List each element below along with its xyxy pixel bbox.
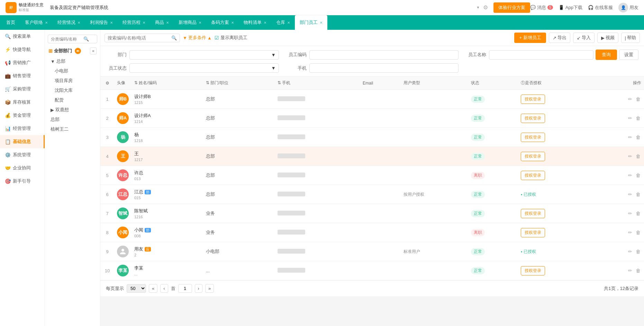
auth-login-btn[interactable]: 授权登录 [521,95,545,104]
col-dept[interactable]: ⇅ 部门/职位 [203,77,275,90]
close-warehouse-tab[interactable]: ✕ [287,21,290,25]
edit-btn[interactable]: ✏ [627,134,633,141]
edit-btn[interactable]: ✏ [627,96,633,103]
row-auth[interactable]: 授权登录 [518,204,595,223]
prev-page-btn[interactable]: ‹ [160,284,168,293]
trial-button[interactable]: 体验行业方案 [493,2,530,13]
nav-tab-customer[interactable]: 客户联络 ✕ [20,15,53,30]
sidebar-item-basic[interactable]: 📋 基础信息 [0,135,45,148]
sidebar-item-search[interactable]: 🔍 搜索菜单 [0,30,45,43]
close-profit-tab[interactable]: ✕ [110,21,113,25]
dept-all-label[interactable]: 全部部门 [54,48,72,54]
edit-btn[interactable]: ✏ [627,210,633,217]
row-auth[interactable]: 授权登录 [518,128,595,147]
user-btn[interactable]: 👤 用友 [618,3,638,12]
close-employees-tab[interactable]: ✕ [320,21,323,25]
app-download-btn[interactable]: 📱 App下载 [559,5,582,11]
dept-node-xiaodian[interactable]: 小电部 [45,66,100,76]
nav-tab-new-goods[interactable]: 新增商品 ✕ [174,15,206,30]
sidebar-item-operation[interactable]: 📊 经营管理 [0,122,45,135]
col-settings[interactable]: ⚙ [100,77,114,90]
employee-search-icon[interactable]: 🔍 [171,35,177,41]
row-auth[interactable]: 授权登录 [518,261,595,280]
dept-node-project[interactable]: 项目库房 [45,76,100,86]
edit-btn[interactable]: ✏ [627,229,633,236]
page-size-select[interactable]: 50 100 [127,284,146,293]
online-service-btn[interactable]: 🎧 在线客服 [588,5,613,11]
row-auth[interactable]: 授权登录 [518,90,595,109]
show-resign-toggle[interactable]: ☑ 显示离职员工 [215,35,247,41]
first-page-btn[interactable]: « [149,284,157,293]
edit-btn[interactable]: ✏ [627,267,633,274]
auth-login-btn[interactable]: 授权登录 [521,266,545,275]
more-filter-btn[interactable]: ▼ 更多条件 ▲ [183,35,212,41]
nav-tab-goods[interactable]: 商品 ✕ [150,15,174,30]
settings-gear[interactable]: ⚙ [483,4,488,11]
dept-node-shuanglu[interactable]: ▶ 双鹿想 [45,105,100,115]
edit-btn[interactable]: ✏ [627,248,633,255]
last-page-btn[interactable]: » [205,284,214,293]
edit-btn[interactable]: ✏ [627,115,633,122]
close-operation-tab[interactable]: ✕ [78,21,80,25]
sidebar-item-marketing[interactable]: 📢 营销推广 [0,56,45,69]
col-name[interactable]: ⇅ 姓名/编码 [131,77,203,90]
sidebar-item-finance[interactable]: 💰 资金管理 [0,109,45,122]
delete-btn[interactable]: 🗑 [635,96,641,103]
delete-btn[interactable]: 🗑 [635,172,641,179]
sidebar-item-sales[interactable]: 💼 销售管理 [0,69,45,82]
phone-input[interactable] [309,63,459,73]
view-btn[interactable]: ▶ 视频 [597,33,618,43]
nav-tab-warehouse[interactable]: 仓库 ✕ [271,15,295,30]
close-bom-tab[interactable]: ✕ [264,21,266,25]
next-page-btn[interactable]: › [195,284,202,293]
edit-btn[interactable]: ✏ [627,172,633,179]
dept-filter-select[interactable]: ▼ [129,50,279,60]
nav-tab-employees[interactable]: 部门员工 ✕ [295,15,327,30]
dept-node-zongbu[interactable]: ▼ 总部 [45,56,100,66]
sidebar-item-guide[interactable]: 🎯 新手引导 [0,175,45,188]
row-auth[interactable]: 授权登录 [518,166,595,185]
auth-login-btn[interactable]: 授权登录 [521,114,545,123]
delete-btn[interactable]: 🗑 [635,210,641,217]
empname-input[interactable] [489,50,593,60]
auth-login-btn[interactable]: 授权登录 [521,171,545,180]
close-barcode-tab[interactable]: ✕ [231,21,234,25]
close-new-goods-tab[interactable]: ✕ [199,21,201,25]
auth-login-btn[interactable]: 授权登录 [521,228,545,237]
sidebar-item-quick[interactable]: ⚡ 快捷导航 [0,43,45,56]
delete-btn[interactable]: 🗑 [635,229,641,236]
delete-btn[interactable]: 🗑 [635,191,641,198]
dept-search-input[interactable] [51,37,82,42]
nav-tab-history[interactable]: 经营历程 ✕ [118,15,150,30]
dept-node-peihuo[interactable]: 配货 [45,95,100,105]
delete-btn[interactable]: 🗑 [635,115,641,122]
page-input[interactable] [178,284,192,293]
row-auth[interactable]: 授权登录 [518,223,595,242]
sidebar-item-collab[interactable]: 🤝 企业协同 [0,161,45,175]
nav-tab-profit[interactable]: 利润报告 ✕ [85,15,118,30]
dept-node-shenyang[interactable]: 沈阳大库 [45,86,100,95]
empcode-input[interactable] [309,50,459,60]
query-btn[interactable]: 查询 [596,50,617,60]
sidebar-item-purchase[interactable]: 🛒 采购管理 [0,82,45,96]
dept-node-zongbu2[interactable]: 总部 [45,115,100,124]
close-customer-tab[interactable]: ✕ [45,21,48,25]
delete-btn[interactable]: 🗑 [635,153,641,160]
nav-tab-bom[interactable]: 物料清单 ✕ [239,15,271,30]
sys-title-dropdown[interactable]: ▼ [476,6,480,9]
nav-tab-barcode[interactable]: 条码方案 ✕ [206,15,239,30]
export-btn[interactable]: ↗ 导出 [549,33,570,43]
sidebar-item-inventory[interactable]: 📦 库存核算 [0,96,45,109]
edit-btn[interactable]: ✏ [627,153,633,160]
row-auth[interactable]: 授权登录 [518,109,595,128]
import-btn[interactable]: ↙ 导入 [573,33,595,43]
delete-btn[interactable]: 🗑 [635,267,641,274]
status-filter-select[interactable]: ▼ [129,63,279,73]
sidebar-item-system[interactable]: ⚙️ 系统管理 [0,148,45,161]
close-history-tab[interactable]: ✕ [143,21,145,25]
row-auth[interactable]: 授权登录 [518,147,595,166]
auth-login-btn[interactable]: 授权登录 [521,209,545,218]
message-btn[interactable]: 💬 消息 5 [530,5,553,11]
delete-btn[interactable]: 🗑 [635,134,641,141]
auth-login-btn[interactable]: 授权登录 [521,152,545,161]
